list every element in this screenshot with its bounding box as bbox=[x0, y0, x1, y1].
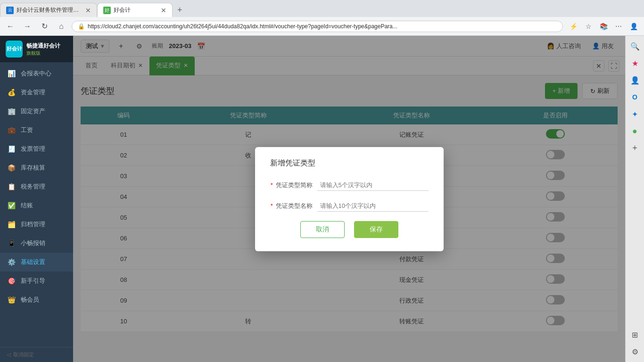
short-input[interactable] bbox=[317, 180, 429, 191]
archive-icon: 🗂️ bbox=[7, 220, 16, 229]
sidebar-item-inventory[interactable]: 📦 库存核算 bbox=[0, 158, 73, 177]
address-field[interactable]: 🔒 https://cloud2.chanjet.com/accounting/… bbox=[72, 21, 563, 32]
right-add-button[interactable]: + bbox=[628, 141, 642, 155]
extensions-button[interactable]: ⚡ bbox=[567, 20, 580, 33]
name-label-text: 凭证类型名称 bbox=[276, 202, 313, 209]
salary-icon: 💼 bbox=[7, 125, 16, 135]
tax-icon: 📋 bbox=[7, 182, 16, 191]
tab1-favicon: 云 bbox=[6, 7, 14, 14]
sidebar-item-salary[interactable]: 💼 工资 bbox=[0, 121, 73, 140]
short-label: * 凭证类型简称 bbox=[270, 181, 317, 189]
sidebar-item-funds[interactable]: 💰 资金管理 bbox=[0, 83, 73, 102]
modal-title: 新增凭证类型 bbox=[270, 158, 429, 168]
sidebar-item-guide[interactable]: 🎯 新手引导 bbox=[0, 272, 73, 290]
right-green-button[interactable]: ● bbox=[628, 124, 642, 138]
sidebar-logo: 好会计 畅捷通好会计 旗舰版 bbox=[0, 36, 73, 62]
unpin-label: 取消固定 bbox=[13, 351, 34, 358]
browser-tab-2[interactable]: 好 好会计 ✕ bbox=[97, 3, 173, 17]
sidebar-item-invoice-label: 发票管理 bbox=[21, 145, 45, 153]
sidebar-item-checkout[interactable]: ✅ 结账 bbox=[0, 196, 73, 215]
browser-tab-1[interactable]: 云 好会计云财务软件管理系统_会计 ✕ bbox=[0, 3, 97, 17]
logo-subtitle: 旗舰版 bbox=[26, 50, 60, 57]
new-tab-button[interactable]: + bbox=[173, 5, 187, 15]
tab2-favicon: 好 bbox=[103, 7, 111, 14]
name-label: * 凭证类型名称 bbox=[270, 202, 317, 210]
guide-icon: 🎯 bbox=[7, 276, 16, 286]
modal-overlay: 新增凭证类型 * 凭证类型简称 * 凭证类型名称 取消 bbox=[73, 36, 625, 362]
inventory-icon: 📦 bbox=[7, 163, 16, 173]
sidebar-item-settings-label: 基础设置 bbox=[21, 258, 45, 266]
form-row-name: * 凭证类型名称 bbox=[270, 200, 429, 212]
invoice-icon: 🧾 bbox=[7, 144, 16, 154]
member-icon: 👑 bbox=[7, 295, 16, 304]
name-input[interactable] bbox=[317, 200, 429, 212]
right-feather-button[interactable]: ✦ bbox=[628, 107, 642, 121]
sidebar-item-inventory-label: 库存核算 bbox=[21, 164, 45, 172]
sidebar-item-guide-label: 新手引导 bbox=[21, 277, 45, 285]
expense-icon: 📱 bbox=[7, 239, 16, 248]
tab1-close[interactable]: ✕ bbox=[85, 7, 91, 14]
modal-dialog: 新增凭证类型 * 凭证类型简称 * 凭证类型名称 取消 bbox=[255, 147, 444, 251]
name-required-star: * bbox=[271, 202, 273, 209]
sidebar-item-archive[interactable]: 🗂️ 归档管理 bbox=[0, 215, 73, 234]
address-text: https://cloud2.chanjet.com/accounting/uh… bbox=[88, 23, 557, 30]
sidebar-items: 📊 会报表中心 💰 资金管理 🏢 固定资产 💼 工资 🧾 发票管理 📦 bbox=[0, 62, 73, 347]
unpin-icon: ◁ bbox=[7, 352, 10, 358]
profile-button[interactable]: 👤 bbox=[627, 20, 640, 33]
collections-button[interactable]: 📚 bbox=[597, 20, 610, 33]
tab1-title: 好会计云财务软件管理系统_会计 bbox=[17, 6, 83, 14]
sidebar-item-member[interactable]: 👑 畅会员 bbox=[0, 290, 73, 309]
modal-footer: 取消 保存 bbox=[270, 221, 429, 238]
tab2-close[interactable]: ✕ bbox=[161, 7, 166, 14]
browser-chrome: 云 好会计云财务软件管理系统_会计 ✕ 好 好会计 ✕ + ← → ↻ ⌂ 🔒 … bbox=[0, 0, 644, 36]
right-person-button[interactable]: 👤 bbox=[628, 74, 642, 87]
funds-icon: 💰 bbox=[7, 88, 16, 97]
sidebar-item-reports[interactable]: 📊 会报表中心 bbox=[0, 64, 73, 83]
save-button[interactable]: 保存 bbox=[354, 221, 398, 238]
sidebar-unpin[interactable]: ◁ 取消固定 bbox=[0, 347, 73, 362]
logo-text: 畅捷通好会计 bbox=[26, 42, 60, 50]
checkout-icon: ✅ bbox=[7, 201, 16, 210]
right-settings-button[interactable]: ⚙ bbox=[628, 345, 642, 358]
sidebar-item-settings[interactable]: ⚙️ 基础设置 bbox=[0, 253, 73, 272]
right-star-button[interactable]: ★ bbox=[628, 57, 642, 70]
sidebar-item-checkout-label: 结账 bbox=[21, 201, 33, 210]
browser-settings-button[interactable]: ⋯ bbox=[612, 20, 625, 33]
right-grid-button[interactable]: ⊞ bbox=[628, 328, 642, 341]
logo-text-area: 畅捷通好会计 旗舰版 bbox=[26, 42, 60, 57]
sidebar-item-expense[interactable]: 📱 小畅报销 bbox=[0, 234, 73, 253]
right-outlook-button[interactable]: O bbox=[628, 90, 642, 104]
sidebar-item-expense-label: 小畅报销 bbox=[21, 239, 45, 247]
sidebar-item-assets[interactable]: 🏢 固定资产 bbox=[0, 102, 73, 121]
forward-button[interactable]: → bbox=[21, 20, 34, 33]
sidebar: 好会计 畅捷通好会计 旗舰版 📊 会报表中心 💰 资金管理 🏢 固定资产 💼 bbox=[0, 36, 73, 362]
main-content: 测试 ▾ + ⚙ 账期 2023-03 📅 👩 人工咨询 👤 用友 bbox=[73, 36, 625, 362]
form-row-short: * 凭证类型简称 bbox=[270, 180, 429, 191]
app-wrapper: 好会计 畅捷通好会计 旗舰版 📊 会报表中心 💰 资金管理 🏢 固定资产 💼 bbox=[0, 36, 644, 362]
address-bar-row: ← → ↻ ⌂ 🔒 https://cloud2.chanjet.com/acc… bbox=[0, 17, 644, 36]
assets-icon: 🏢 bbox=[7, 107, 16, 116]
sidebar-item-tax-label: 税务管理 bbox=[21, 182, 45, 191]
right-search-button[interactable]: 🔍 bbox=[628, 40, 642, 53]
browser-tab-bar: 云 好会计云财务软件管理系统_会计 ✕ 好 好会计 ✕ + bbox=[0, 0, 644, 17]
settings-icon: ⚙️ bbox=[7, 257, 16, 267]
logo-icon: 好会计 bbox=[6, 41, 23, 58]
home-button[interactable]: ⌂ bbox=[55, 20, 68, 33]
favorites-button[interactable]: ☆ bbox=[582, 20, 595, 33]
sidebar-item-reports-label: 会报表中心 bbox=[21, 69, 51, 78]
sidebar-item-tax[interactable]: 📋 税务管理 bbox=[0, 177, 73, 196]
short-required-star: * bbox=[271, 181, 273, 189]
cancel-button[interactable]: 取消 bbox=[300, 221, 345, 238]
refresh-button[interactable]: ↻ bbox=[38, 20, 51, 33]
sidebar-item-assets-label: 固定资产 bbox=[21, 107, 45, 115]
tab2-title: 好会计 bbox=[114, 6, 131, 14]
sidebar-item-funds-label: 资金管理 bbox=[21, 88, 45, 97]
sidebar-item-invoice[interactable]: 🧾 发票管理 bbox=[0, 140, 73, 158]
sidebar-item-member-label: 畅会员 bbox=[21, 296, 39, 304]
browser-actions: ⚡ ☆ 📚 ⋯ 👤 bbox=[567, 20, 640, 33]
reports-icon: 📊 bbox=[7, 69, 16, 78]
lock-icon: 🔒 bbox=[78, 23, 85, 30]
sidebar-item-archive-label: 归档管理 bbox=[21, 220, 45, 229]
right-panel: 🔍 ★ 👤 O ✦ ● + ⊞ ⚙ bbox=[625, 36, 644, 362]
back-button[interactable]: ← bbox=[4, 20, 17, 33]
